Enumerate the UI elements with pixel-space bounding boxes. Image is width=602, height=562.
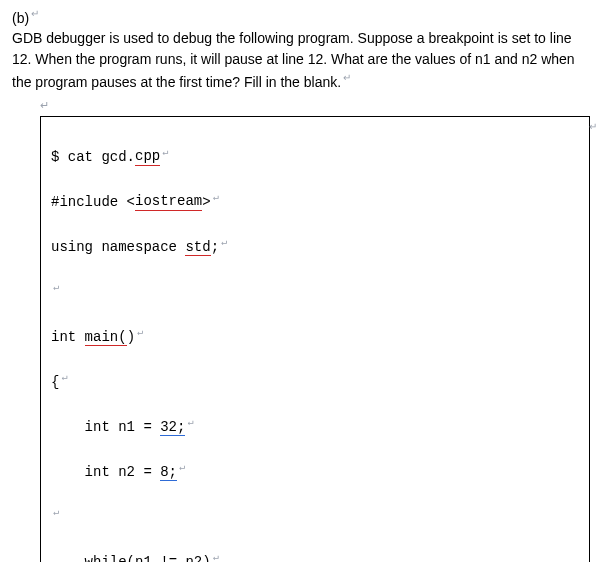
part-label: (b)↵	[12, 8, 590, 26]
paragraph-mark-icon: ↵	[589, 121, 597, 132]
paragraph-mark-icon: ↵	[12, 96, 590, 116]
code-content: $ cat gcd.cpp↵ #include <iostream>↵ usin…	[51, 123, 579, 562]
paragraph-mark-icon: ↵	[343, 72, 351, 83]
paragraph-mark-icon: ↵	[31, 8, 39, 19]
code-block: ↵ ↵ $ cat gcd.cpp↵ #include <iostream>↵ …	[40, 116, 590, 562]
question-text: GDB debugger is used to debug the follow…	[12, 28, 590, 93]
